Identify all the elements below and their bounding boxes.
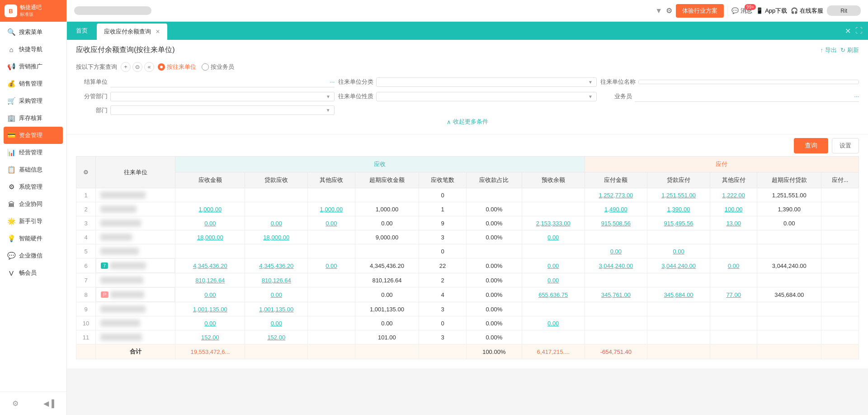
th-overdue-receivable: 超期应收金额 [355, 172, 419, 188]
dots-icon: ··· [330, 78, 335, 85]
salesman-input[interactable]: ··· [635, 91, 859, 102]
maximize-icon[interactable]: ⛶ [855, 27, 863, 35]
wechat-icon: 💬 [7, 252, 15, 260]
sidebar-logo: B 畅捷通吧 标准版 [0, 0, 66, 22]
sidebar-item-enterprise[interactable]: 🏛 企业协同 [0, 196, 66, 213]
refresh-icon: ↻ [840, 47, 845, 53]
dots-icon-2: ··· [854, 93, 859, 100]
edit-scheme-button[interactable]: ⊙ [132, 62, 142, 72]
table-settings-icon[interactable]: ⚙ [81, 167, 91, 177]
gear-icon[interactable]: ⚙ [666, 6, 672, 15]
tab-home[interactable]: 首页 [67, 22, 97, 40]
collapse-icon[interactable]: ◀▐ [40, 396, 57, 411]
breadcrumb-blur: ████████████ [74, 6, 151, 15]
sidebar-item-operations[interactable]: 📊 经营管理 [0, 144, 66, 161]
th-unit: 往来单位 [96, 157, 175, 188]
sidebar-item-quicknav[interactable]: ⌂ 快捷导航 [0, 41, 66, 58]
unit-name-input[interactable] [638, 80, 859, 84]
unit-nature-select[interactable]: ▼ [376, 92, 597, 101]
unit-tag-p: P [101, 291, 108, 298]
sidebar-nav: 🔍 搜索菜单 ⌂ 快捷导航 📢 营销推广 💰 销售管理 🛒 采购管理 🏢 库存核… [0, 22, 66, 391]
chevron-down-icon-4: ▼ [326, 108, 330, 113]
dept-select[interactable]: ▼ [110, 92, 335, 101]
sidebar-bottom: ⚙ ◀▐ [0, 391, 66, 415]
add-scheme-button[interactable]: + [121, 62, 131, 72]
user-avatar-area[interactable]: Rit [827, 5, 861, 16]
inventory-icon: 🏢 [7, 114, 15, 122]
settlement-unit-input[interactable]: ··· [110, 76, 335, 87]
footer-receivable-total: 19,553,472,6... [175, 344, 245, 359]
app-download-button[interactable]: 📱 App下载 [756, 7, 787, 15]
sidebar-item-search[interactable]: 🔍 搜索菜单 [0, 24, 66, 41]
settings-bottom-icon[interactable]: ⚙ [9, 396, 22, 411]
system-icon: ⚙ [7, 183, 15, 191]
sidebar-item-marketing[interactable]: 📢 营销推广 [0, 58, 66, 75]
export-icon: ↑ [821, 47, 824, 53]
filter-fields: 结算单位 ··· 往来单位分类 ▼ [76, 76, 859, 115]
divider [727, 5, 728, 16]
purchase-icon: 🛒 [7, 97, 15, 105]
solution-button[interactable]: 体验行业方案 [676, 4, 724, 18]
collapse-filter-button[interactable]: ∧ 收起更多条件 [76, 115, 859, 129]
message-icon: 💬 [731, 7, 739, 14]
table-row: 2 1,000.00 1,000.00 1,000.00 1 0.00% 1,4… [76, 202, 859, 216]
sidebar-item-finance[interactable]: 💳 资金管理 [4, 127, 63, 144]
table-row: 7 810,126.64 810,126.64 810,126.64 2 0.0… [76, 273, 859, 287]
filter-scheme-row: 按以下方案查询 + ⊙ « 按往来单位 [76, 62, 859, 72]
sidebar-item-hardware[interactable]: 💡 智能硬件 [0, 230, 66, 247]
online-service-button[interactable]: 🎧 在线客服 [791, 7, 823, 15]
settings-button[interactable]: 设置 [832, 138, 859, 153]
th-loan-payable: 贷款应付 [647, 172, 710, 188]
query-button[interactable]: 查询 [794, 138, 828, 153]
radio-unselected-icon [202, 63, 209, 71]
action-buttons: 查询 设置 [67, 134, 868, 156]
filter-row-2: 分管部门 ▼ 往来单位性质 ▼ [76, 91, 859, 102]
search-icon: 🔍 [7, 28, 15, 36]
filter-salesman: 业务员 ··· [600, 91, 859, 102]
dropdown-arrow-icon[interactable]: ▼ [655, 7, 662, 15]
th-loan-receivable: 贷款应收 [245, 172, 308, 188]
table-row: 8 P 0.00 0.00 0.00 4 0.00% 655,636.75 34… [76, 287, 859, 302]
close-window-icon[interactable]: ✕ [845, 27, 851, 35]
filter-unit-nature: 往来单位性质 ▼ [338, 92, 597, 101]
table-row: 9 1,001,135.00 1,001,135.00 1,001,135.00… [76, 302, 859, 316]
sidebar-item-wechat[interactable]: 💬 企业微信 [0, 247, 66, 264]
refresh-button[interactable]: ↻ 刷新 [840, 46, 859, 54]
logo-text: 畅捷通吧 标准版 [20, 4, 42, 18]
sidebar-item-guide[interactable]: 🌟 新手引导 [0, 213, 66, 230]
more-scheme-button[interactable]: « [144, 62, 154, 72]
th-other-receivable: 其他应收 [308, 172, 355, 188]
th-group-payable: 应付 [585, 157, 859, 172]
sidebar-item-sales[interactable]: 💰 销售管理 [0, 75, 66, 92]
th-advance-balance: 预收余额 [522, 172, 585, 188]
sidebar: B 畅捷通吧 标准版 🔍 搜索菜单 ⌂ 快捷导航 📢 营销推广 💰 销售管理 🛒… [0, 0, 67, 415]
scheme-option-salesman[interactable]: 按业务员 [202, 63, 234, 71]
th-overdue-payable: 超期应付贷款 [757, 172, 821, 188]
unit-category-select[interactable]: ▼ [376, 77, 597, 87]
export-button[interactable]: ↑ 导出 [821, 46, 837, 54]
main-area: ████████████ ▼ ⚙ 体验行业方案 💬 消息 99+ 📱 App下载… [67, 0, 868, 415]
branch-dept-select[interactable]: ▼ [110, 105, 335, 115]
scheme-options: 按往来单位 按业务员 [158, 63, 234, 71]
sidebar-item-vip[interactable]: V 畅会员 [0, 264, 66, 281]
sidebar-item-inventory[interactable]: 🏢 库存核算 [0, 110, 66, 127]
chevron-down-icon-3: ▼ [588, 94, 593, 99]
scheme-option-unit[interactable]: 按往来单位 [158, 63, 196, 71]
filter-unit-category: 往来单位分类 ▼ [338, 77, 597, 87]
window-controls: ✕ ⛶ [840, 22, 868, 40]
th-other-payable: 其他应付 [710, 172, 757, 188]
sidebar-item-system[interactable]: ⚙ 系统管理 [0, 178, 66, 196]
table-row: 10 0.00 0.00 0.00 0 0.00% 0.00 [76, 316, 859, 330]
radio-selected-icon [158, 63, 165, 71]
th-settings: ⚙ [76, 157, 96, 188]
sidebar-item-basics[interactable]: 📋 基础信息 [0, 161, 66, 178]
filter-row-3: 部门 ▼ [76, 105, 859, 115]
tab-close-icon[interactable]: ✕ [156, 29, 160, 35]
filter-settlement-unit: 结算单位 ··· [76, 76, 335, 87]
breadcrumb: ████████████ [74, 7, 651, 14]
sales-icon: 💰 [7, 80, 15, 88]
table-footer-row: 合计 19,553,472,6... 100.00% 6,417,215....… [76, 344, 859, 359]
sidebar-item-purchase[interactable]: 🛒 采购管理 [0, 92, 66, 110]
tab-balance-query[interactable]: 应收应付余额查询 ✕ [97, 24, 167, 40]
message-button[interactable]: 💬 消息 99+ [731, 7, 752, 15]
